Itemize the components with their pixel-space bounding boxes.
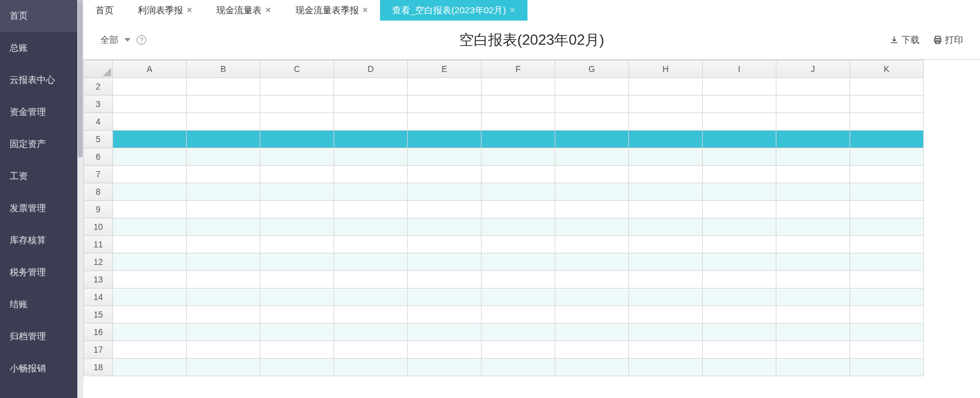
cell-D8[interactable] — [334, 183, 408, 201]
close-icon[interactable]: × — [509, 5, 515, 16]
cell-I13[interactable] — [703, 271, 776, 289]
cell-I16[interactable] — [703, 324, 776, 341]
cell-F11[interactable] — [482, 236, 555, 253]
cell-I18[interactable] — [703, 359, 776, 376]
cell-G6[interactable] — [555, 148, 629, 166]
cell-J3[interactable] — [776, 96, 850, 113]
row-head-4[interactable]: 4 — [84, 113, 113, 131]
cell-G5[interactable] — [555, 131, 629, 148]
cell-F6[interactable] — [482, 148, 555, 166]
tab-1[interactable]: 利润表季报× — [126, 0, 204, 21]
cell-D2[interactable] — [334, 78, 408, 96]
cell-K11[interactable] — [850, 236, 924, 253]
cell-G15[interactable] — [555, 306, 629, 324]
cell-B6[interactable] — [187, 148, 260, 166]
col-head-H[interactable]: H — [629, 60, 703, 78]
cell-A6[interactable] — [113, 148, 187, 166]
tab-0[interactable]: 首页 — [83, 0, 126, 21]
cell-K7[interactable] — [850, 166, 924, 183]
cell-I11[interactable] — [703, 236, 776, 253]
row-head-16[interactable]: 16 — [84, 324, 113, 341]
cell-G13[interactable] — [555, 271, 629, 289]
spreadsheet[interactable]: ABCDEFGHIJK23456789101112131415161718 — [83, 59, 980, 398]
tab-2[interactable]: 现金流量表× — [204, 0, 283, 21]
cell-K6[interactable] — [850, 148, 924, 166]
cell-K13[interactable] — [850, 271, 924, 289]
sidebar-item-5[interactable]: 工资 — [0, 160, 77, 192]
cell-D4[interactable] — [334, 113, 408, 131]
cell-H6[interactable] — [629, 148, 703, 166]
cell-F9[interactable] — [482, 201, 555, 218]
cell-I15[interactable] — [703, 306, 776, 324]
cell-C7[interactable] — [260, 166, 334, 183]
cell-E2[interactable] — [408, 78, 482, 96]
cell-F8[interactable] — [482, 183, 555, 201]
cell-I9[interactable] — [703, 201, 776, 218]
cell-C14[interactable] — [260, 289, 334, 306]
cell-A3[interactable] — [113, 96, 187, 113]
cell-E10[interactable] — [408, 218, 482, 236]
col-head-C[interactable]: C — [260, 60, 334, 78]
cell-F10[interactable] — [482, 218, 555, 236]
cell-B13[interactable] — [187, 271, 260, 289]
cell-J5[interactable] — [776, 131, 850, 148]
cell-H18[interactable] — [629, 359, 703, 376]
cell-H7[interactable] — [629, 166, 703, 183]
tab-4[interactable]: 查看_空白报表(2023年02月)× — [380, 0, 527, 21]
cell-H5[interactable] — [629, 131, 703, 148]
cell-E17[interactable] — [408, 341, 482, 359]
cell-A17[interactable] — [113, 341, 187, 359]
cell-D7[interactable] — [334, 166, 408, 183]
row-head-13[interactable]: 13 — [84, 271, 113, 289]
cell-I14[interactable] — [703, 289, 776, 306]
cell-B7[interactable] — [187, 166, 260, 183]
sidebar-item-7[interactable]: 库存核算 — [0, 224, 77, 256]
cell-A16[interactable] — [113, 324, 187, 341]
row-head-11[interactable]: 11 — [84, 236, 113, 253]
cell-E7[interactable] — [408, 166, 482, 183]
cell-A13[interactable] — [113, 271, 187, 289]
cell-B2[interactable] — [187, 78, 260, 96]
cell-H16[interactable] — [629, 324, 703, 341]
row-head-18[interactable]: 18 — [84, 359, 113, 376]
cell-A5[interactable] — [113, 131, 187, 148]
cell-B16[interactable] — [187, 324, 260, 341]
cell-H3[interactable] — [629, 96, 703, 113]
cell-D11[interactable] — [334, 236, 408, 253]
cell-J2[interactable] — [776, 78, 850, 96]
cell-G7[interactable] — [555, 166, 629, 183]
cell-D13[interactable] — [334, 271, 408, 289]
cell-A14[interactable] — [113, 289, 187, 306]
cell-G11[interactable] — [555, 236, 629, 253]
cell-D6[interactable] — [334, 148, 408, 166]
cell-J4[interactable] — [776, 113, 850, 131]
cell-B14[interactable] — [187, 289, 260, 306]
cell-A9[interactable] — [113, 201, 187, 218]
cell-C4[interactable] — [260, 113, 334, 131]
cell-C2[interactable] — [260, 78, 334, 96]
cell-H2[interactable] — [629, 78, 703, 96]
sidebar-item-3[interactable]: 资金管理 — [0, 96, 77, 128]
col-head-G[interactable]: G — [555, 60, 629, 78]
cell-F17[interactable] — [482, 341, 555, 359]
row-head-3[interactable]: 3 — [84, 96, 113, 113]
cell-J10[interactable] — [776, 218, 850, 236]
row-head-9[interactable]: 9 — [84, 201, 113, 218]
cell-D12[interactable] — [334, 253, 408, 271]
corner-cell[interactable] — [84, 60, 113, 78]
cell-I10[interactable] — [703, 218, 776, 236]
cell-F13[interactable] — [482, 271, 555, 289]
tab-3[interactable]: 现金流量表季报× — [283, 0, 380, 21]
cell-I12[interactable] — [703, 253, 776, 271]
cell-E15[interactable] — [408, 306, 482, 324]
cell-E9[interactable] — [408, 201, 482, 218]
cell-D10[interactable] — [334, 218, 408, 236]
cell-D5[interactable] — [334, 131, 408, 148]
cell-J16[interactable] — [776, 324, 850, 341]
close-icon[interactable]: × — [265, 5, 271, 16]
cell-H15[interactable] — [629, 306, 703, 324]
cell-G17[interactable] — [555, 341, 629, 359]
row-head-2[interactable]: 2 — [84, 78, 113, 96]
cell-K5[interactable] — [850, 131, 924, 148]
col-head-F[interactable]: F — [482, 60, 555, 78]
